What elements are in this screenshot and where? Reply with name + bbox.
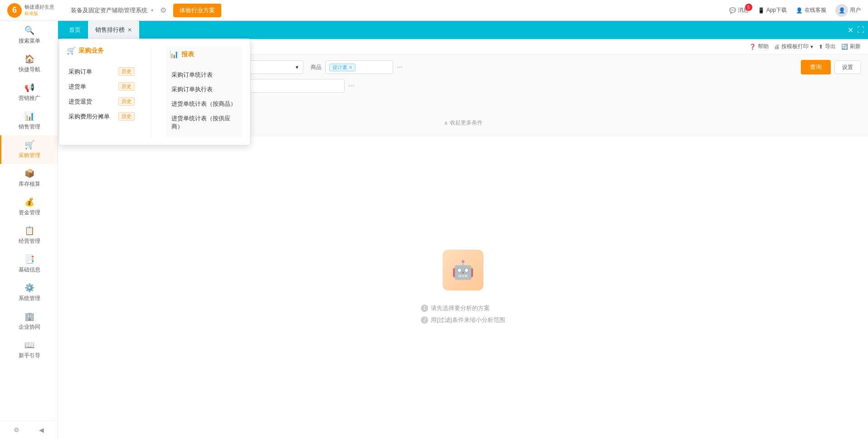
refresh-label: 刷新 [850,43,861,50]
expense-label: 采购费用分摊单 [68,113,110,121]
data-area: 🤖 1 请先选择要分析的方案 2 用[过滤]条件来缩小分析范围 [58,136,868,439]
report-col-title-text: 报表 [181,50,194,59]
marketing-icon: 📢 [24,83,34,93]
dropdown-item-incoming-stats-supplier[interactable]: 进货单统计表（按供应商） [170,111,239,134]
dropdown-item-order-stats[interactable]: 采购订单统计表 [170,68,239,82]
phone-icon: 📱 [758,7,765,14]
title-dropdown-icon[interactable]: ▾ [151,8,153,13]
product-tag-text: 设计素 [332,64,347,71]
purchase-col-title-text: 采购业务 [78,47,104,55]
sidebar-item-quick-nav[interactable]: 🏠 快捷导航 [0,49,58,78]
sidebar-item-purchase-label: 采购管理 [19,152,40,159]
sidebar-item-operation[interactable]: 📋 经营管理 [0,221,58,250]
sidebar-item-purchase[interactable]: 🛒 采购管理 [0,135,58,164]
refresh-icon: 🔄 [841,44,848,50]
purchase-col: 🛒 采购业务 采购订单 历史 进货单 历史 进货退货 历史 采购费用分摊单 历史 [67,46,137,138]
product-more-btn[interactable]: ··· [397,63,403,71]
service-icon: 👤 [796,7,803,14]
message-badge: 5 [745,4,752,11]
step-1-num: 1 [421,305,428,312]
print-btn[interactable]: 🖨 按模板打印 ▾ [774,43,813,50]
dropdown-item-order-exec[interactable]: 采购订单执行表 [170,82,239,97]
incoming-stats-product-label: 进货单统计表（按商品） [171,100,236,108]
finance-icon: 💰 [24,197,34,207]
tab-close-icon[interactable]: ✕ [127,27,132,33]
order-stats-label: 采购订单统计表 [171,71,213,79]
sidebar: 🔍 搜索菜单 🏠 快捷导航 📢 营销推广 📊 销售管理 🛒 采购管理 📦 库存核… [0,21,58,439]
sidebar-item-sales-label: 销售管理 [19,123,40,131]
collapse-btn[interactable]: ∧ 收起更多条件 [444,119,483,127]
dropdown-item-incoming[interactable]: 进货单 历史 [67,79,137,94]
export-btn[interactable]: ⬆ 导出 [819,43,836,50]
sidebar-item-quick-nav-label: 快捷导航 [19,66,40,74]
sidebar-footer: ⚙ ◀ [0,420,58,439]
message-icon: 💬 [729,7,736,14]
sidebar-item-basic-info[interactable]: 📑 基础信息 [0,250,58,278]
message-btn[interactable]: 💬 消息 5 [729,6,749,14]
product-input[interactable]: 设计素 ✕ [325,60,393,74]
collapse-up-icon: ∧ [444,120,448,126]
user-label: 用户 [850,6,861,14]
sidebar-item-enterprise[interactable]: 🏢 企业协同 [0,307,58,335]
system-title-text: 装备及固定资产辅助管理系统 [71,6,147,15]
report-col-title: 📊 报表 [170,50,239,62]
purchase-order-history-tag: 历史 [118,67,135,76]
sidebar-item-marketing[interactable]: 📢 营销推广 [0,78,58,107]
settings-btn[interactable]: 设置 [834,60,861,74]
sidebar-item-guide[interactable]: 📖 新手引导 [0,335,58,364]
sidebar-collapse-btn[interactable]: ◀ [39,426,44,434]
help-label: 帮助 [758,43,769,50]
dropdown-item-purchase-order[interactable]: 采购订单 历史 [67,64,137,79]
tab-expand-btn[interactable]: ⛶ [857,26,864,34]
dropdown-item-expense[interactable]: 采购费用分摊单 历史 [67,109,137,124]
empty-icon: 🤖 [440,250,486,295]
incoming-label: 进货单 [68,83,86,91]
avatar: 👤 [835,4,848,17]
order-exec-label: 采购订单执行表 [171,85,213,94]
tab-home[interactable]: 首页 [62,21,88,39]
sidebar-item-search-label: 搜索菜单 [19,37,40,45]
sidebar-item-enterprise-label: 企业协同 [19,323,40,331]
online-service-btn[interactable]: 👤 在线客服 [796,6,826,14]
help-btn[interactable]: ❓ 帮助 [749,43,769,50]
top-header: 6 畅捷通好生意 标准版 装备及固定资产辅助管理系统 ▾ ⚙ 体验行业方案 💬 … [0,0,868,21]
tab-sales-rank[interactable]: 销售排行榜 ✕ [88,21,139,39]
app-download-btn[interactable]: 📱 App下载 [758,6,787,14]
sidebar-item-system-label: 系统管理 [19,295,40,302]
print-label: 按模板打印 [781,43,809,50]
system-title: 装备及固定资产辅助管理系统 ▾ ⚙ 体验行业方案 [71,4,724,17]
sidebar-item-finance-label: 资金管理 [19,209,40,217]
tab-bar: 首页 销售排行榜 ✕ ✕ ⛶ [58,21,868,39]
sidebar-item-inventory[interactable]: 📦 库存核算 [0,164,58,192]
empty-line2: 用[过滤]条件来缩小分析范围 [431,314,505,326]
home-icon: 🏠 [24,54,34,64]
industry-btn[interactable]: 体验行业方案 [173,4,221,17]
empty-step-1: 1 请先选择要分析的方案 [421,302,505,314]
salesperson-more-btn[interactable]: ··· [348,82,354,90]
system-icon: ⚙️ [24,283,34,293]
sidebar-item-finance[interactable]: 💰 资金管理 [0,192,58,221]
logo-icon: 6 [7,3,22,18]
sidebar-item-system[interactable]: ⚙️ 系统管理 [0,278,58,307]
dropdown-item-return[interactable]: 进货退货 历史 [67,94,137,109]
purchase-col-icon: 🛒 [67,46,76,55]
search-icon: 🔍 [24,25,34,35]
tab-close-all-btn[interactable]: ✕ [848,26,853,35]
refresh-btn[interactable]: 🔄 刷新 [841,43,861,50]
query-btn[interactable]: 查询 [801,60,831,74]
sidebar-item-guide-label: 新手引导 [19,352,40,360]
user-btn[interactable]: 👤 用户 [835,4,861,17]
guide-icon: 📖 [24,340,34,350]
sidebar-settings-btn[interactable]: ⚙ [14,426,20,434]
sidebar-item-search[interactable]: 🔍 搜索菜单 [0,21,58,49]
dropdown-item-incoming-stats-product[interactable]: 进货单统计表（按商品） [170,97,239,111]
product-tag-close[interactable]: ✕ [349,65,352,70]
purchase-dropdown-menu: 🛒 采购业务 采购订单 历史 进货单 历史 进货退货 历史 采购费用分摊单 历史… [59,39,250,145]
print-dropdown-icon[interactable]: ▾ [810,44,813,50]
export-label: 导出 [825,43,836,50]
settings-icon-btn[interactable]: ⚙ [157,4,170,17]
dropdown-divider [151,46,151,138]
sidebar-item-marketing-label: 营销推广 [19,94,40,102]
sidebar-item-sales[interactable]: 📊 销售管理 [0,107,58,135]
tab-home-label: 首页 [69,26,81,34]
